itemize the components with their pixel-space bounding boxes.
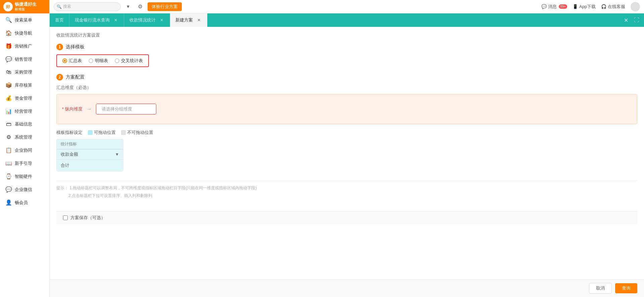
user-avatar[interactable]	[631, 2, 640, 11]
search-placeholder: 搜索	[63, 4, 71, 9]
download-item[interactable]: 📱 App下载	[573, 4, 596, 10]
content-area: 收款情况统计方案设置 1 选择模板 汇总表 明细表	[50, 27, 644, 279]
cancel-button[interactable]: 取消	[589, 283, 612, 294]
radio-summary-circle	[62, 58, 67, 63]
member-icon: 👤	[5, 199, 12, 206]
sidebar-item-search-menu[interactable]: 🔍 搜索菜单	[0, 13, 49, 27]
logo-sub: 标准版	[15, 7, 37, 12]
sidebar-item-basic-info[interactable]: 🗃 基础信息	[0, 118, 49, 131]
tips-section: 提示： 1.拖动标题栏可以调整布局，不可跨维度或指标区域拖动栏目字段(只能在同一…	[56, 181, 637, 204]
legend-non-draggable: 不可拖动位置	[121, 130, 153, 136]
tab-home[interactable]: 首页	[50, 13, 69, 27]
query-button[interactable]: 查询	[615, 283, 637, 293]
sidebar-item-label: 快捷导航	[15, 30, 32, 36]
tab-bank-flow-close[interactable]: ✕	[113, 17, 118, 23]
dimension-row-label: * 纵向维度	[62, 106, 83, 112]
sidebar-item-member[interactable]: 👤 畅会员	[0, 196, 49, 209]
tip-1: 提示： 1.拖动标题栏可以调整布局，不可跨维度或指标区域拖动栏目字段(只能在同一…	[56, 185, 637, 191]
section2-title: 方案配置	[66, 74, 85, 80]
sidebar-item-hardware[interactable]: ⌚ 智能硬件	[0, 170, 49, 183]
operations-icon: 📊	[5, 108, 12, 114]
sidebar-item-guide[interactable]: 📖 新手引导	[0, 157, 49, 170]
radio-summary[interactable]: 汇总表	[62, 58, 82, 64]
enterprise-icon: 📋	[5, 147, 12, 153]
save-checkbox[interactable]	[63, 215, 68, 220]
legend-draggable-label: 可拖动位置	[94, 130, 116, 136]
purchase-icon: 🛍	[5, 69, 12, 75]
legend-draggable-box	[88, 130, 93, 135]
tip-2: 2.点击标题栏下拉可设置排序、插入列和删除列	[56, 193, 637, 199]
download-icon: 📱	[573, 4, 578, 9]
hardware-icon: ⌚	[5, 173, 12, 180]
legend-draggable: 可拖动位置	[88, 130, 116, 136]
radio-detail-circle	[89, 58, 93, 63]
logo-icon: 好	[3, 2, 13, 11]
metrics-column-dropdown-icon[interactable]: ▼	[115, 152, 119, 157]
logo-text: 畅捷通好生	[15, 2, 37, 7]
sidebar-item-label: 企业协同	[15, 147, 32, 153]
metrics-column-header[interactable]: 收款金额 ▼	[57, 149, 123, 160]
radio-detail-label: 明细表	[95, 58, 108, 64]
search-box[interactable]: 🔍 搜索	[54, 2, 121, 11]
metrics-config: 模板指标设定 可拖动位置 不可拖动位置 统计指标	[56, 130, 637, 172]
sidebar-item-finance[interactable]: 💰 资金管理	[0, 92, 49, 105]
sidebar-item-enterprise[interactable]: 📋 企业协同	[0, 144, 49, 157]
sidebar-item-label: 经营管理	[15, 108, 32, 114]
sidebar-item-marketing[interactable]: 🎁 营销推广	[0, 40, 49, 53]
sidebar-item-label: 智能硬件	[15, 174, 32, 180]
system-icon: ⚙	[5, 134, 12, 140]
sidebar-item-label: 企业微信	[15, 187, 32, 193]
trial-btn[interactable]: 体验行业方案	[148, 2, 182, 11]
tabbar-actions: ✕ ⛶	[619, 13, 644, 27]
tab-close-all-btn[interactable]: ✕	[621, 15, 631, 25]
sidebar-item-sales[interactable]: 💬 销售管理	[0, 53, 49, 66]
sidebar-item-quick-nav[interactable]: 🏠 快捷导航	[0, 27, 49, 40]
legend-non-draggable-box	[121, 130, 126, 135]
quick-nav-icon: 🏠	[5, 30, 12, 36]
tab-collection-stat[interactable]: 收款情况统计 ✕	[124, 13, 170, 27]
tab-collection-stat-close[interactable]: ✕	[159, 17, 164, 23]
radio-detail[interactable]: 明细表	[89, 58, 108, 64]
sidebar-item-operations[interactable]: 📊 经营管理	[0, 105, 49, 118]
notification-item[interactable]: 💬 消息 99+	[541, 4, 567, 10]
tip-2-text: 2.点击标题栏下拉可设置排序、插入列和删除列	[68, 193, 152, 198]
dimension-row: * 纵向维度 → 请选择分组维度	[62, 104, 156, 114]
gear-icon[interactable]: ⚙	[136, 2, 145, 11]
radio-cross-circle	[115, 58, 119, 63]
support-item[interactable]: 🎧 在线客服	[601, 4, 625, 10]
main-area: 🔍 搜索 ▼ ⚙ 体验行业方案 💬 消息 99+ 📱 App下载 🎧 在线客服	[50, 0, 644, 297]
save-section: 方案保存（可选）	[56, 211, 637, 224]
app-logo: 好 畅捷通好生 标准版	[0, 0, 49, 13]
metrics-column-label: 收款金额	[61, 151, 78, 157]
sidebar-item-wechat[interactable]: 💬 企业微信	[0, 183, 49, 196]
sidebar-item-purchase[interactable]: 🛍 采购管理	[0, 66, 49, 79]
dimension-box: * 纵向维度 → 请选择分组维度	[56, 94, 637, 124]
header-dropdown-btn[interactable]: ▼	[123, 2, 133, 11]
dimension-arrow: →	[87, 106, 92, 112]
section-template: 1 选择模板 汇总表 明细表	[56, 44, 637, 67]
page-content: 收款情况统计方案设置 1 选择模板 汇总表 明细表	[50, 27, 644, 279]
message-icon: 💬	[541, 4, 547, 9]
section1-title: 选择模板	[66, 44, 85, 50]
radio-cross[interactable]: 交叉统计表	[115, 58, 143, 64]
tab-new-plan-label: 新建方案	[175, 17, 193, 23]
download-label: App下载	[579, 4, 596, 10]
section2-header: 2 方案配置	[56, 74, 637, 81]
sidebar-item-inventory[interactable]: 📦 库存核算	[0, 79, 49, 92]
sidebar-item-system[interactable]: ⚙ 系统管理	[0, 131, 49, 144]
tab-bank-flow[interactable]: 现金银行流水查询 ✕	[69, 13, 124, 27]
header: 🔍 搜索 ▼ ⚙ 体验行业方案 💬 消息 99+ 📱 App下载 🎧 在线客服	[50, 0, 644, 13]
template-options: 汇总表 明细表 交叉统计表	[56, 54, 149, 67]
sidebar-item-label: 营销推广	[15, 43, 32, 49]
legend-non-draggable-label: 不可拖动位置	[127, 130, 153, 136]
sidebar-item-label: 资金管理	[15, 95, 32, 101]
tab-new-plan[interactable]: 新建方案 ✕	[170, 13, 207, 27]
dimension-subtitle: 汇总维度（必选）	[56, 85, 637, 91]
metrics-config-label: 模板指标设定	[56, 130, 83, 136]
metrics-table-title: 统计指标	[57, 139, 123, 149]
tab-new-plan-close[interactable]: ✕	[196, 17, 202, 23]
sidebar-item-label: 畅会员	[15, 200, 28, 206]
dimension-input[interactable]: 请选择分组维度	[96, 104, 156, 114]
notification-label: 消息	[548, 4, 557, 10]
tab-expand-btn[interactable]: ⛶	[632, 15, 641, 25]
